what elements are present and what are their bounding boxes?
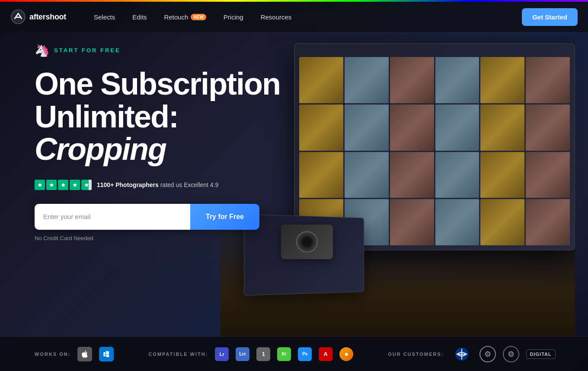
photo-thumbnail xyxy=(390,57,434,103)
lightroom-icon: Lr xyxy=(215,347,229,361)
trust-description: rated us Excellent 4.9 xyxy=(160,181,219,188)
star-2: ★ xyxy=(46,180,57,190)
mac-icon xyxy=(77,347,92,361)
windows-icon xyxy=(99,347,114,361)
customers-label: OUR CUSTOMERS: xyxy=(388,352,444,357)
photo-thumbnail xyxy=(299,57,343,103)
compatible-section: COMPATIBLE WITH: Lr Lrc 1 Br Ps A ● xyxy=(131,347,371,361)
photo-thumbnail xyxy=(480,152,524,198)
photo-thumbnail xyxy=(526,152,570,198)
main-nav: aftershoot Selects Edits Retouch New Pri… xyxy=(0,2,588,32)
photo-thumbnail xyxy=(435,57,479,103)
photo-thumbnail xyxy=(526,57,570,103)
new-badge: New xyxy=(191,14,206,20)
nav-item-resources[interactable]: Resources xyxy=(254,10,299,24)
capture-one-icon: 1 xyxy=(256,347,270,361)
hero-title: One Subscription Unlimited: Cropping xyxy=(35,68,303,166)
photo-thumbnail xyxy=(345,57,389,103)
photo-thumbnail xyxy=(480,105,524,151)
nav-item-edits[interactable]: Edits xyxy=(125,10,153,24)
bottom-bar: WORKS ON: COMPATIBLE WITH: Lr Lrc 1 Br P… xyxy=(0,336,588,371)
star-rating: ★ ★ ★ ★ ★ xyxy=(35,180,92,190)
hero-content: 🦄 START FOR FREE One Subscription Unlimi… xyxy=(35,43,303,241)
compatible-label: COMPATIBLE WITH: xyxy=(148,352,208,357)
trust-count: 1100+ xyxy=(97,181,114,188)
lightroom-classic-icon: Lrc xyxy=(236,347,249,361)
trust-text: 1100+ Photographers rated us Excellent 4… xyxy=(97,181,218,188)
get-started-button[interactable]: Get Started xyxy=(522,8,578,26)
bridge-icon: Br xyxy=(277,347,291,361)
no-credit-card-text: No Credit Card Needed xyxy=(35,235,303,241)
rainbow-bar xyxy=(0,0,588,2)
photo-thumbnail xyxy=(345,105,389,151)
start-for-free-text: START FOR FREE xyxy=(54,47,121,54)
nav-item-pricing[interactable]: Pricing xyxy=(217,10,250,24)
hero-title-line1: One Subscription xyxy=(35,67,280,101)
logo[interactable]: aftershoot xyxy=(10,9,66,25)
photo-thumbnail xyxy=(390,105,434,151)
star-1: ★ xyxy=(35,180,45,190)
hero-title-italic: Cropping xyxy=(35,132,166,166)
star-4: ★ xyxy=(70,180,80,190)
photo-thumbnail xyxy=(390,199,434,245)
try-for-free-button[interactable]: Try for Free xyxy=(190,204,259,230)
united-logo-svg xyxy=(451,346,473,362)
start-badge: 🦄 START FOR FREE xyxy=(35,43,303,57)
photo-thumbnail xyxy=(480,57,524,103)
nav-item-retouch[interactable]: Retouch New xyxy=(157,10,213,24)
photoshop-icon: Ps xyxy=(298,347,312,361)
customer-logo-3: ⚙ xyxy=(503,347,519,361)
hero-title-line2-normal: Unlimited: xyxy=(35,99,178,134)
photo-thumbnail xyxy=(480,199,524,245)
digital-customer-logo: Digital xyxy=(526,347,556,361)
aftereffects-icon: A xyxy=(319,347,332,361)
customer-logo-2: ⚙ xyxy=(479,347,496,361)
works-on-section: WORKS ON: xyxy=(35,347,131,361)
photo-thumbnail xyxy=(435,105,479,151)
photo-thumbnail xyxy=(390,152,434,198)
united-airlines-logo xyxy=(451,347,473,361)
nav-item-selects[interactable]: Selects xyxy=(87,10,122,24)
email-form: Try for Free xyxy=(35,204,259,230)
photo-thumbnail xyxy=(435,152,479,198)
aftershoot-logo-icon xyxy=(10,9,26,25)
unicorn-icon: 🦄 xyxy=(35,43,50,57)
trustpilot-row: ★ ★ ★ ★ ★ 1100+ Photographers rated us E… xyxy=(35,180,303,190)
email-input[interactable] xyxy=(35,204,190,230)
photo-thumbnail xyxy=(299,105,343,151)
photo-thumbnail xyxy=(299,152,343,198)
logo-text: aftershoot xyxy=(29,13,66,22)
star-5-half: ★ xyxy=(81,180,92,190)
extra-app-icon: ● xyxy=(339,347,353,361)
nav-links: Selects Edits Retouch New Pricing Resour… xyxy=(87,10,522,24)
photo-thumbnail xyxy=(526,199,570,245)
photo-thumbnail xyxy=(526,105,570,151)
photo-thumbnail xyxy=(345,152,389,198)
works-on-label: WORKS ON: xyxy=(35,352,70,357)
star-3: ★ xyxy=(58,180,68,190)
customers-section: OUR CUSTOMERS: ⚙ ⚙ Digital xyxy=(371,347,572,361)
trust-role: Photographers xyxy=(115,181,159,188)
photo-thumbnail xyxy=(435,199,479,245)
